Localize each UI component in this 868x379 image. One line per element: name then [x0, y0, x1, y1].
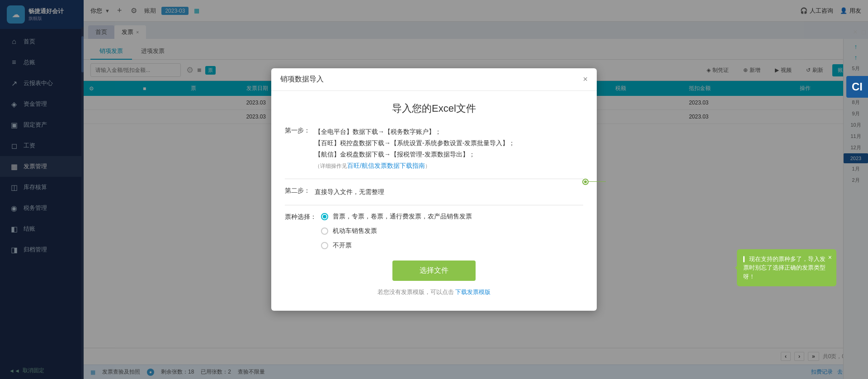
ci-badge: CI	[846, 76, 868, 98]
maximize-window-button[interactable]: □	[862, 28, 866, 36]
tooltip-container: 现在支持的票种多了，导入发票时别忘了选择正确的发票类型呀！ ×	[606, 163, 705, 201]
radio-option-1[interactable]	[321, 213, 328, 220]
radio-label-3: 不开票	[333, 242, 352, 250]
radio-row-1: 普票，专票，卷票，通行费发票，农产品销售发票	[321, 213, 472, 221]
dialog-title: 销项数据导入	[280, 75, 324, 84]
tooltip-connector	[583, 180, 606, 184]
step-divider	[285, 179, 583, 179]
step1-label: 第一步：	[285, 126, 310, 135]
step2-text: 直接导入文件，无需整理	[315, 188, 384, 195]
dialog-header: 销项数据导入 ×	[271, 68, 597, 91]
dialog-footer: 若您没有发票模版，可以点击 下载发票模版	[285, 284, 583, 300]
radio-option-3[interactable]	[321, 242, 328, 249]
tooltip-line	[588, 181, 606, 182]
link-paren-open: （详细操作见	[315, 163, 347, 169]
tooltip-text: 现在支持的票种多了，导入发票时别忘了选择正确的发票类型呀！	[743, 256, 826, 280]
step1-line3: 【航信】金税盘数据下载→【报税管理-发票数据导出】；	[315, 149, 515, 160]
radio-section: 票种选择： 普票，专票，卷票，通行费发票，农产品销售发票 机动车销售发票 不开票	[285, 213, 583, 250]
select-file-button[interactable]: 选择文件	[392, 261, 476, 281]
link-paren-close: ）	[425, 163, 430, 169]
window-controls: × □	[853, 28, 866, 36]
radio-row-3: 不开票	[321, 242, 472, 250]
tooltip-bubble: 现在支持的票种多了，导入发票时别忘了选择正确的发票类型呀！ ×	[737, 249, 836, 287]
radio-row-2: 机动车销售发票	[321, 227, 472, 235]
step1-content: 【全电平台】数据下载→【税务数字账户】； 【百旺】税控盘数据下载→【系统设置-系…	[315, 126, 515, 172]
step1-line1: 【全电平台】数据下载→【税务数字账户】；	[315, 126, 515, 137]
radio-option-2[interactable]	[321, 227, 328, 235]
radio-label-2: 机动车销售发票	[333, 227, 377, 235]
step2-label: 第二步：	[285, 186, 310, 195]
import-dialog: 销项数据导入 × 导入您的Excel文件 第一步： 【全电平台】数据下载→【税务…	[271, 68, 597, 311]
radio-divider	[285, 205, 583, 205]
tooltip-close-button[interactable]: ×	[828, 253, 832, 262]
footer-text: 若您没有发票模版，可以点击	[377, 289, 454, 295]
dialog-overlay: 销项数据导入 × 导入您的Excel文件 第一步： 【全电平台】数据下载→【税务…	[0, 0, 868, 379]
dialog-close-button[interactable]: ×	[583, 75, 588, 83]
dialog-body: 导入您的Excel文件 第一步： 【全电平台】数据下载→【税务数字账户】； 【百…	[271, 91, 597, 311]
step2-content: 直接导入文件，无需整理	[315, 186, 384, 198]
radio-label: 票种选择：	[285, 213, 316, 221]
download-template-link[interactable]: 下载发票模版	[455, 289, 491, 295]
download-guide-link[interactable]: 百旺/航信发票数据下载指南	[347, 162, 425, 169]
close-window-button[interactable]: ×	[853, 28, 857, 36]
step2-row: 第二步： 直接导入文件，无需整理	[285, 186, 583, 198]
radio-label-1: 普票，专票，卷票，通行费发票，农产品销售发票	[333, 213, 472, 221]
step1-line2: 【百旺】税控盘数据下载→【系统设置-系统参数设置-发票批量导入】；	[315, 137, 515, 149]
tooltip-bar-icon	[743, 256, 745, 262]
tooltip-dot	[583, 180, 588, 184]
dialog-main-title: 导入您的Excel文件	[285, 102, 583, 115]
radio-group: 普票，专票，卷票，通行费发票，农产品销售发票 机动车销售发票 不开票	[321, 213, 472, 250]
step1-link-row: （详细操作见百旺/航信发票数据下载指南）	[315, 160, 515, 171]
step1-row: 第一步： 【全电平台】数据下载→【税务数字账户】； 【百旺】税控盘数据下载→【系…	[285, 126, 583, 172]
